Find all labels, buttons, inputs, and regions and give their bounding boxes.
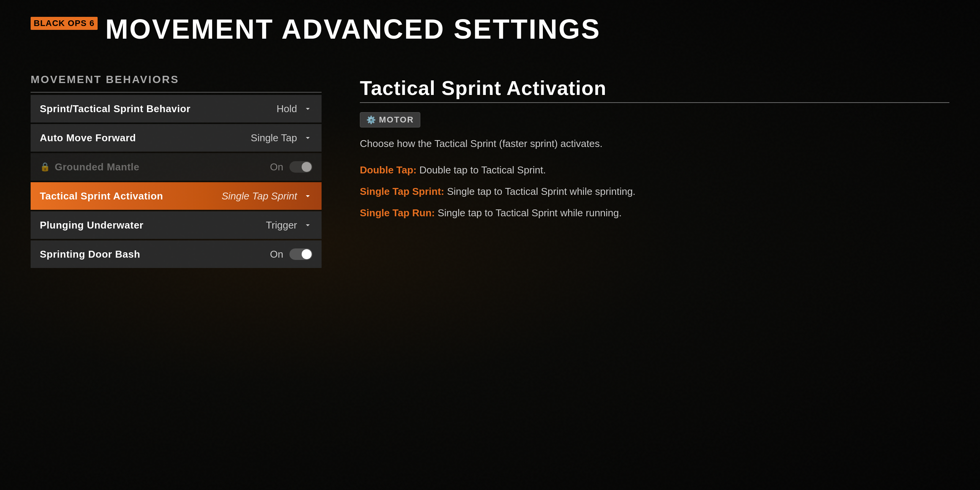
setting-row-plunging-underwater[interactable]: Plunging Underwater Trigger [31, 211, 322, 239]
setting-value-sprinting-door-bash: On [270, 248, 283, 260]
left-panel: MOVEMENT BEHAVIORS Sprint/Tactical Sprin… [31, 74, 322, 268]
detail-option-text-single-tap-run: Single tap to Tactical Sprint while runn… [435, 207, 622, 219]
setting-name-grounded-mantle: Grounded Mantle [55, 161, 270, 173]
setting-name-sprint-tactical: Sprint/Tactical Sprint Behavior [40, 103, 277, 115]
setting-row-sprinting-door-bash[interactable]: Sprinting Door Bash On [31, 240, 322, 268]
detail-option-text-double-tap: Double tap to Tactical Sprint. [416, 164, 546, 176]
main-content: MOVEMENT BEHAVIORS Sprint/Tactical Sprin… [31, 74, 949, 268]
setting-row-grounded-mantle: 🔒 Grounded Mantle On [31, 153, 322, 181]
detail-option-single-tap-sprint: Single Tap Sprint: Single tap to Tactica… [360, 185, 949, 198]
toggle-knob [302, 162, 312, 172]
setting-value-tactical-sprint: Single Tap Sprint [222, 190, 297, 202]
setting-name-tactical-sprint: Tactical Sprint Activation [40, 190, 222, 202]
detail-divider [360, 102, 949, 103]
section-divider [31, 92, 322, 93]
detail-option-text-single-tap-sprint: Single tap to Tactical Sprint while spri… [444, 186, 636, 197]
toggle-grounded-mantle [289, 161, 312, 173]
toggle-sprinting-door-bash[interactable] [289, 248, 312, 260]
detail-option-label-single-tap-sprint: Single Tap Sprint: [360, 186, 444, 197]
setting-value-plunging-underwater: Trigger [266, 219, 297, 231]
setting-name-sprinting-door-bash: Sprinting Door Bash [40, 248, 270, 260]
chevron-down-icon [303, 104, 312, 113]
motor-badge-label: MOTOR [379, 115, 414, 125]
lock-icon: 🔒 [40, 162, 50, 172]
setting-name-plunging-underwater: Plunging Underwater [40, 219, 266, 231]
detail-options: Double Tap: Double tap to Tactical Sprin… [360, 163, 949, 220]
setting-row-auto-move-forward[interactable]: Auto Move Forward Single Tap [31, 124, 322, 152]
right-panel: Tactical Sprint Activation ⚙️ MOTOR Choo… [360, 74, 949, 220]
detail-option-single-tap-run: Single Tap Run: Single tap to Tactical S… [360, 206, 949, 220]
setting-row-sprint-tactical[interactable]: Sprint/Tactical Sprint Behavior Hold [31, 95, 322, 122]
chevron-down-icon-2 [303, 133, 312, 142]
detail-option-label-single-tap-run: Single Tap Run: [360, 207, 435, 219]
header: BLACK OPS 6 MOVEMENT ADVANCED SETTINGS [31, 15, 949, 43]
motor-icon: ⚙️ [366, 115, 376, 124]
toggle-knob-2 [302, 249, 312, 259]
chevron-down-icon-4 [303, 220, 312, 230]
setting-value-sprint-tactical: Hold [277, 103, 297, 115]
setting-name-auto-move-forward: Auto Move Forward [40, 132, 251, 144]
motor-badge: ⚙️ MOTOR [360, 112, 420, 127]
logo-badge: BLACK OPS 6 [31, 17, 98, 30]
detail-description: Choose how the Tactical Sprint (faster s… [360, 137, 949, 150]
section-label: MOVEMENT BEHAVIORS [31, 74, 322, 86]
detail-option-double-tap: Double Tap: Double tap to Tactical Sprin… [360, 163, 949, 177]
setting-row-tactical-sprint[interactable]: Tactical Sprint Activation Single Tap Sp… [31, 182, 322, 210]
page-title: MOVEMENT ADVANCED SETTINGS [105, 15, 601, 43]
setting-value-grounded-mantle: On [270, 161, 283, 173]
chevron-down-icon-3 [303, 191, 312, 201]
settings-list: Sprint/Tactical Sprint Behavior Hold Aut… [31, 95, 322, 268]
detail-title: Tactical Sprint Activation [360, 77, 949, 99]
detail-option-label-double-tap: Double Tap: [360, 164, 416, 176]
setting-value-auto-move-forward: Single Tap [251, 132, 297, 144]
